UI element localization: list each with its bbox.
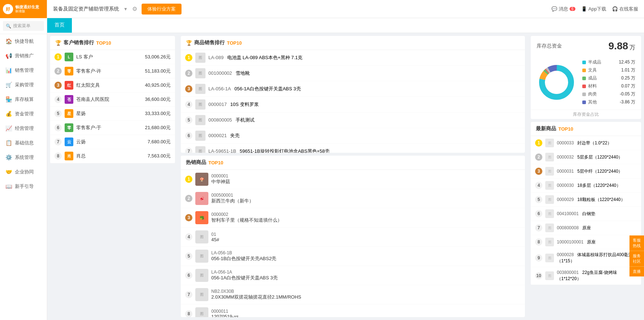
list-item: 3 🥦 0000002 智利车子里（规格不知道填什么）: [181, 208, 525, 227]
legend-dot: [582, 100, 586, 104]
list-item: 6 图 LA-056-1A 056-1A白色按键开关盖ABS 3壳: [181, 266, 525, 285]
product-thumbnail: 🍄: [195, 173, 208, 186]
product-info: 000500001 新西兰牛肉（新牛）: [211, 193, 521, 204]
sidebar-item-basic-info[interactable]: 📋 基础信息: [0, 136, 47, 150]
service-community-button[interactable]: 服务社区: [629, 251, 644, 267]
sidebar-item-marketing[interactable]: 📢 营销推广: [0, 49, 47, 63]
service-icon: 🎧: [612, 6, 618, 12]
rank-number: 3: [54, 82, 62, 89]
search-icon: 🔍: [6, 24, 11, 29]
product-info: 0000030 18多层（1220*2440）: [557, 182, 637, 189]
avatar: 肖: [65, 152, 73, 160]
customer-rank-panel: 🏆 客户销售排行 TOP10 1 L LS 客户 53,006.26元 2 零 …: [50, 36, 175, 163]
sidebar-item-purchase[interactable]: 🛒 采购管理: [0, 78, 47, 92]
page-tabs: 首页: [47, 18, 644, 33]
legend-dot: [582, 69, 586, 72]
latest-products-panel: 最新商品 TOP10 1 图 0000033 封边带（1.0*22） 2: [531, 122, 641, 285]
donut-chart-area: 半成品 12.45 万 文具 1.01 万 成品 0.25 万: [531, 56, 641, 110]
customer-service-button[interactable]: 客服热线: [629, 235, 644, 251]
donut-chart: [537, 62, 576, 102]
legend-dot: [582, 61, 586, 64]
rank-number: 1: [185, 176, 192, 183]
legend-item-other: 其他 -3.86 万: [582, 99, 635, 105]
sidebar-item-inventory[interactable]: 🏪 库存核算: [0, 92, 47, 107]
rank-number: 4: [185, 101, 192, 108]
legend-item-finished: 成品 0.25 万: [582, 75, 635, 81]
online-service-button[interactable]: 🎧 在线客服: [612, 6, 638, 12]
product-thumbnail: 图: [195, 53, 205, 63]
table-row: 8 肖 肖总 7,563.00元: [50, 149, 175, 163]
list-item: 1 图 0000033 封边带（1.0*22）: [531, 136, 641, 150]
rank-number: 4: [535, 182, 542, 189]
rank-number: 2: [535, 153, 542, 161]
settings-gear-icon[interactable]: ⚙: [132, 5, 137, 12]
product-info: LA-089 电池盖 LA-089 ABS本色+黑种 7.1克: [208, 54, 521, 61]
rank-number: 3: [185, 214, 192, 221]
table-row: 4 苍 苍南县人民医院 36,600.00元: [50, 93, 175, 107]
sidebar-item-guide[interactable]: 📖 新手引导: [0, 179, 47, 194]
list-item: 3 图 0000031 5层中纤（1220*2440）: [531, 164, 641, 179]
product-info: 0000033 封边带（1.0*22）: [557, 140, 637, 146]
search-menu-button[interactable]: 🔍 搜索菜单: [3, 21, 44, 31]
avatar: 星: [65, 109, 73, 118]
sidebar-item-sales[interactable]: 📊 销售管理: [0, 63, 47, 78]
product-thumbnail: 图: [195, 84, 205, 94]
message-button[interactable]: 💬 消息 6: [551, 6, 575, 12]
inventory-legend: 半成品 12.45 万 文具 1.01 万 成品 0.25 万: [582, 59, 635, 105]
rank-number: 2: [185, 70, 192, 77]
table-row: 1 L LS 客户 53,006.26元: [50, 50, 175, 64]
product-info: NB2.0X30B 2.0X30MM双搓花轴搓花直径2.1MM/ROHS: [211, 289, 521, 300]
product-thumbnail: 🥦: [195, 211, 208, 224]
legend-dot: [582, 93, 586, 96]
try-plan-button[interactable]: 体验行业方案: [142, 4, 182, 15]
rank-number: 5: [185, 116, 192, 124]
product-info: 01 45#: [211, 232, 521, 242]
product-info: LA-056-1A 056-1A白色按键开关盖ABS 3壳: [208, 86, 521, 92]
topbar-right: 💬 消息 6 📱 App下载 🎧 在线客服: [551, 6, 638, 12]
list-item: 9 图 0000028 体城嘉枝味苏打饮品400毫升（1*15）: [531, 249, 641, 267]
product-thumbnail: 图: [195, 99, 205, 110]
main-area: 装备及固定资产辅助管理系统 ▼ ⚙ 体验行业方案 💬 消息 6 📱 App下载 …: [47, 0, 644, 320]
sidebar-item-home[interactable]: 🏠 快捷导航: [0, 34, 47, 49]
sidebar-search: 🔍 搜索菜单: [0, 18, 47, 34]
sidebar-item-operations[interactable]: 📈 经营管理: [0, 121, 47, 136]
logo-icon: 好: [3, 4, 13, 14]
sidebar-item-cooperation[interactable]: 🤝 企业协同: [0, 165, 47, 179]
rank-number: 9: [535, 254, 542, 262]
list-item: 5 图 LA-056-1B 056-1B白色按键开关壳ABS2壳: [181, 247, 525, 266]
hot-products-list: 1 🍄 0000001 中华神菇 2 🥩 000500001 新西兰牛肉（新牛）: [181, 170, 525, 317]
home-icon: 🏠: [5, 38, 12, 45]
right-panels: 库存总资金 9.88 万: [528, 33, 644, 320]
avatar: 零: [65, 123, 73, 132]
live-stream-button[interactable]: 直播: [629, 267, 644, 276]
product-rank-header: 🏆 商品销售排行 TOP10: [181, 36, 525, 50]
rank-number: 5: [185, 253, 192, 260]
inventory-header: 库存总资金 9.88 万: [531, 36, 641, 56]
rank-number: 1: [535, 139, 542, 147]
table-row: 5 星 星扬 33,333.00元: [50, 107, 175, 121]
list-item: 4 图 01 45#: [181, 227, 525, 247]
hot-products-panel: 热销商品 TOP10 1 🍄 0000001 中华神菇 2 🥩: [181, 156, 525, 317]
app-download-button[interactable]: 📱 App下载: [581, 6, 606, 12]
app-icon: 📱: [581, 6, 587, 12]
product-info: 004100001 白钢垫: [557, 211, 637, 217]
list-item: 7 图 LA-59651-1B 59651-1B旋转投影灯电池盒ABS黑色+58…: [181, 144, 525, 153]
inventory-panel: 库存总资金 9.88 万: [531, 36, 641, 119]
list-item: 8 图 0000011 12070519-xs: [181, 304, 525, 317]
sidebar-item-finance[interactable]: 💰 资金管理: [0, 107, 47, 121]
latest-products-list: 1 图 0000033 封边带（1.0*22） 2 图 0000032 5层多层…: [531, 136, 641, 285]
dropdown-arrow-icon[interactable]: ▼: [123, 7, 128, 12]
rank-number: 7: [535, 224, 542, 231]
avatar: 零: [65, 67, 73, 75]
list-item: 1 图 LA-089 电池盖 LA-089 ABS本色+黑种 7.1克: [181, 50, 525, 66]
list-item: 2 图 0000032 5层多层（1220*2440）: [531, 150, 641, 164]
avatar: 云: [65, 138, 73, 146]
table-row: 7 云 云扬 7,680.00元: [50, 135, 175, 149]
rank-number: 4: [54, 96, 62, 103]
product-thumbnail: 图: [195, 146, 205, 153]
list-item: 1 🍄 0000001 中华神菇: [181, 170, 525, 189]
product-thumbnail: 图: [545, 167, 554, 176]
sidebar-item-system[interactable]: ⚙️ 系统管理: [0, 150, 47, 165]
rank-number: 7: [185, 291, 192, 298]
tab-home[interactable]: 首页: [47, 18, 72, 33]
